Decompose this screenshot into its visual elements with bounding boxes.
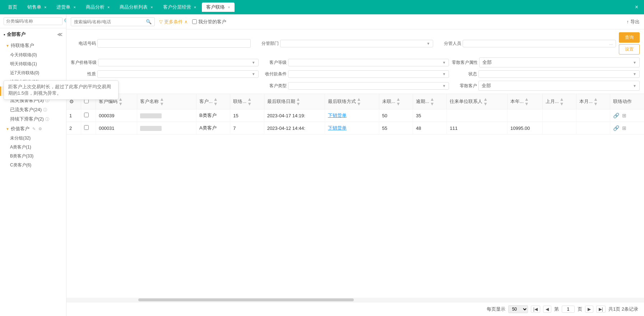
gear-icon-small[interactable]: ⚙ (38, 127, 42, 131)
more-conditions-btn[interactable]: ▽ 更多条件 ∧ (159, 19, 188, 25)
filter-row-4: … 客户类型 ▼ 零散客户 全部 ▼ (71, 81, 640, 91)
close-purchase-tab[interactable]: × (73, 5, 75, 9)
col-this-month[interactable]: 本月... ▲▼ (576, 94, 610, 109)
sidebar-item-churned[interactable]: 已流失客户(24) ⓘ (0, 105, 66, 114)
tab-home[interactable]: 首页 (4, 3, 22, 12)
sidebar-item-today[interactable]: 今天待联络(0) (0, 51, 66, 60)
grid-action-icon[interactable]: ⊞ (622, 113, 626, 118)
tab-customer-contact[interactable]: 客户联络 × (202, 3, 234, 12)
customer-search-button[interactable]: 🔍 (143, 18, 154, 26)
link-action-icon[interactable]: 🔗 (613, 125, 619, 131)
first-page-btn[interactable]: |◀ (531, 306, 540, 313)
chevron-down-icon-retail: ▼ (633, 61, 636, 65)
col-this-year[interactable]: 本年... ▲▼ (507, 94, 542, 109)
col-contact[interactable]: 联络... ▲▼ (230, 94, 264, 109)
row-unpaid: 50 (379, 109, 413, 122)
horizontal-scrollbar[interactable] (66, 298, 644, 302)
sidebar-item-7days[interactable]: 近7天待联络(0) (0, 69, 66, 77)
col-overdue[interactable]: 逾期... ▲▼ (413, 94, 447, 109)
dept-select[interactable]: ▼ (280, 40, 434, 47)
sidebar-item-tomorrow[interactable]: 明天待联络(1) (0, 60, 66, 69)
content-area: 🔍 ▽ 更多条件 ∧ 我分管的客户 ↑ 导出 电话号码 (66, 14, 644, 316)
link-action-icon[interactable]: 🔗 (613, 113, 619, 118)
col-last-month[interactable]: 上月... ▲▼ (542, 94, 576, 109)
last-page-btn[interactable]: ▶| (596, 306, 606, 313)
chevron-down-icon-price: ▼ (252, 61, 255, 65)
grid-action-icon[interactable]: ⊞ (622, 125, 626, 131)
row-checkbox-cell (81, 122, 96, 135)
tab-purchase[interactable]: 进货单 × (52, 3, 80, 12)
customer-search-input[interactable] (71, 18, 143, 26)
chevron-down-icon-retail2: ▼ (633, 84, 636, 88)
payment-label: 收付款条件 (261, 71, 287, 77)
row-no: 2 (66, 122, 81, 135)
tab-analysis-list[interactable]: 商品分析列表 × (115, 3, 157, 12)
retail-attr-label: 零散客户属性 (452, 60, 478, 66)
row-checkbox[interactable] (84, 113, 89, 117)
next-page-btn[interactable]: ▶ (585, 306, 593, 313)
query-button[interactable]: 查询 (619, 32, 640, 43)
col-last-contact-method[interactable]: 最后联络方式 ▲▼ (325, 94, 379, 109)
price-level-select[interactable]: ▼ (98, 59, 259, 66)
page-label: 第 (554, 306, 559, 312)
col-name[interactable]: 客户名称 ▲▼ (137, 94, 196, 109)
chevron-down-icon-manager: … (609, 42, 613, 46)
page-size-select[interactable]: 50 20 100 (508, 305, 528, 313)
col-unit-contact[interactable]: 往来单位联系人 ▲▼ (447, 94, 508, 109)
sidebar-search-bar: 🔍 (0, 14, 66, 28)
info-icon-4: ⓘ (45, 117, 49, 122)
row-last-contact-date: 2023-04-17 14:19: (264, 109, 325, 122)
close-all-tabs[interactable]: × (633, 3, 640, 11)
row-checkbox-cell (81, 109, 96, 122)
close-analysis-tab[interactable]: × (107, 5, 110, 9)
tab-analysis[interactable]: 商品分析 × (82, 3, 114, 12)
group-value-customers[interactable]: ▼ 价值客户 ✎ ⚙ (0, 124, 66, 134)
customer-level-select[interactable]: ▼ (288, 59, 449, 66)
sidebar-item-class-a[interactable]: A类客户(1) (0, 143, 66, 152)
table-row: 2 000031 A类客户 7 2023-04-12 14:44: 下销货单 5… (66, 122, 644, 135)
prev-page-btn[interactable]: ◀ (543, 306, 551, 313)
sidebar-search-input[interactable] (4, 17, 62, 25)
close-customer-seg-tab[interactable]: × (194, 5, 196, 9)
close-analysis-list-tab[interactable]: × (150, 5, 153, 9)
customer-type-select[interactable]: ▼ (288, 82, 449, 90)
nature-select[interactable]: ▼ (97, 70, 259, 78)
sidebar-item-unclassified[interactable]: 未分组(32) (0, 134, 66, 143)
row-category: B类客户 (196, 109, 230, 122)
chevron-down-icon-payment: ▼ (442, 72, 446, 76)
retail-customer-select[interactable]: 全部 ▼ (478, 81, 640, 91)
close-sales-tab[interactable]: × (44, 5, 46, 9)
manager-select[interactable]: … (463, 40, 616, 47)
row-this-year (507, 109, 542, 122)
col-unpaid[interactable]: 未联... ▲▼ (379, 94, 413, 109)
close-customer-contact-tab[interactable]: × (228, 5, 230, 9)
sidebar-item-class-b[interactable]: B类客户(33) (0, 152, 66, 161)
sidebar-item-class-c[interactable]: C类客户(6) (0, 161, 66, 170)
edit-icon[interactable]: ✎ (32, 127, 36, 131)
payment-select[interactable]: ▼ (288, 70, 449, 78)
scrollbar-thumb[interactable] (138, 298, 354, 301)
table-header-row: ⚙ 客户编码 ▲▼ 客户名称 (66, 94, 644, 109)
col-category[interactable]: 客户... ▲▼ (196, 94, 230, 109)
sidebar-item-declining[interactable]: 持续下滑客户(2) ⓘ (0, 114, 66, 124)
settings-button[interactable]: 设置 (619, 44, 640, 55)
tab-customer-seg[interactable]: 客户分层经营 × (159, 3, 200, 12)
my-customers-checkbox[interactable] (192, 19, 197, 24)
contact-method-link[interactable]: 下销货单 (328, 113, 347, 118)
export-button[interactable]: ↑ 导出 (627, 19, 640, 25)
col-last-contact-date[interactable]: 最后联络日期 ▲▼ (264, 94, 325, 109)
sidebar: 🔍 ▪ 全部客户 ≪ ▼ 待联络客户 今天待联络(0) 明天待联络(1) 近7天… (0, 14, 66, 316)
sidebar-search-icon[interactable]: 🔍 (64, 18, 66, 24)
page-number-input[interactable]: 1 (562, 306, 575, 313)
contact-method-link[interactable]: 下销货单 (328, 125, 347, 131)
status-select[interactable]: ▼ (478, 70, 640, 78)
retail-attr-select[interactable]: 全部 ▼ (479, 57, 640, 67)
row-actions: 🔗 ⊞ (610, 122, 644, 135)
right-buttons: 查询 设置 (619, 32, 640, 55)
row-category: A类客户 (196, 122, 230, 135)
row-checkbox[interactable] (84, 125, 89, 130)
sidebar-collapse-btn[interactable]: ≪ (57, 32, 62, 37)
tab-sales[interactable]: 销售单 × (23, 3, 51, 12)
phone-input[interactable] (97, 39, 251, 48)
group-pending-contact[interactable]: ▼ 待联络客户 (0, 41, 66, 51)
